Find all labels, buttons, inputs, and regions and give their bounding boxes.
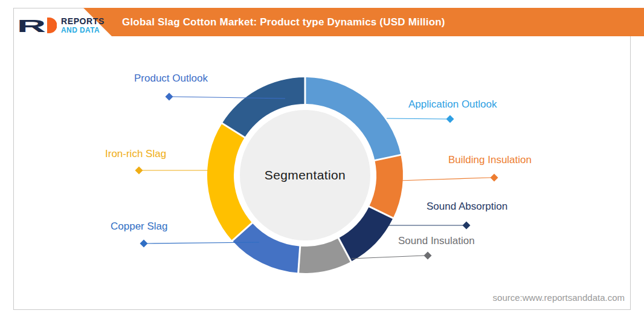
leader-line-sound-insulation: [352, 256, 424, 259]
segment-label-iron-rich-slag: Iron-rich Slag: [105, 148, 166, 160]
donut-chart: [0, 0, 644, 319]
leader-line-application-outlook: [387, 118, 446, 119]
diamond-marker-building-insulation: [491, 174, 498, 182]
diamond-marker-product-outlook: [166, 93, 173, 101]
diamond-marker-sound-insulation: [424, 252, 432, 260]
diamond-marker-iron-rich-slag: [135, 167, 143, 175]
brand-logo: R REPORTS AND DATA: [17, 16, 105, 34]
leader-line-building-insulation: [399, 178, 491, 181]
segment-label-building-insulation: Building Insulation: [448, 154, 532, 166]
infographic-canvas: Global Slag Cotton Market: Product type …: [0, 0, 644, 319]
donut-center-label: Segmentation: [239, 168, 372, 182]
rd-monogram-icon: R: [17, 16, 57, 34]
header-banner: Global Slag Cotton Market: Product type …: [83, 8, 644, 36]
svg-text:R: R: [17, 16, 47, 34]
segment-label-application-outlook: Application Outlook: [408, 98, 497, 111]
source-attribution: source:www.reportsanddata.com: [493, 292, 625, 303]
diamond-marker-application-outlook: [446, 115, 454, 123]
brand-name-bottom: AND DATA: [61, 27, 105, 34]
page-title: Global Slag Cotton Market: Product type …: [83, 16, 445, 28]
segment-label-copper-slag: Copper Slag: [111, 221, 168, 233]
diamond-marker-copper-slag: [140, 240, 148, 248]
segment-label-product-outlook: Product Outlook: [134, 72, 208, 85]
diamond-marker-sound-absorption: [463, 222, 471, 230]
segment-label-sound-insulation: Sound Insulation: [398, 235, 475, 247]
brand-wordmark: REPORTS AND DATA: [61, 17, 105, 34]
brand-name-top: REPORTS: [61, 17, 105, 25]
segment-label-sound-absorption: Sound Absorption: [427, 201, 507, 213]
